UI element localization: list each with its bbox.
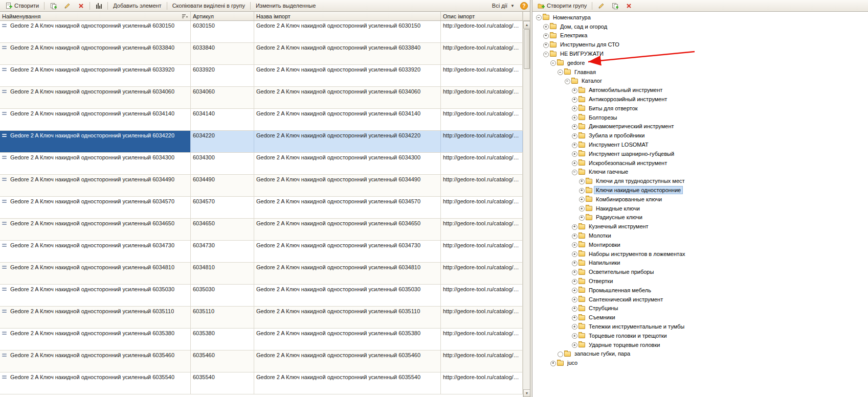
edit-selected-button[interactable]: Изменить выделенные [253,1,319,11]
expand-icon[interactable] [571,142,577,148]
expand-icon[interactable] [578,196,584,202]
expand-icon[interactable] [571,260,577,266]
expand-icon[interactable] [571,169,577,175]
create-button[interactable]: Створити [2,1,42,11]
tree-item[interactable]: Тележки инструментальные и тумбы [532,322,868,331]
expand-icon[interactable] [578,215,584,220]
expand-icon[interactable] [571,306,577,311]
tree-item[interactable]: Кузнечный инструмент [532,222,868,231]
expand-icon[interactable] [571,296,577,302]
tree-item[interactable]: Ключи для труднодоступных мест [532,176,868,185]
expand-icon[interactable] [571,114,577,120]
expand-icon[interactable] [557,351,563,357]
tree-item[interactable]: НЕ ВИГРУЖАТИ [532,49,868,58]
column-header-import-desc[interactable]: Опис імпорт [441,12,523,20]
tree-item[interactable]: Комбинированные ключи [532,195,868,204]
expand-icon[interactable] [571,87,577,93]
column-header-import-name[interactable]: Назва імпорт [254,12,441,20]
add-element-button[interactable]: Добавить элемент [110,1,164,11]
table-row[interactable]: Gedore 2 A Ключ накидной односторонний у… [0,329,523,351]
expand-icon[interactable] [571,287,577,293]
help-button[interactable]: ? [520,2,528,10]
tree-item[interactable]: Инструменты для СТО [532,40,868,49]
tree-item[interactable]: Наборы инструментов в ложементах [532,249,868,259]
table-row[interactable]: Gedore 2 A Ключ накидной односторонний у… [0,175,523,197]
tree-item[interactable]: Биты для отверток [532,104,868,113]
tree-item[interactable]: gedore [532,58,868,67]
delete-group-button[interactable] [622,1,635,11]
scroll-down-button[interactable]: ▼ [523,389,530,397]
tree-item[interactable]: Инструмент шарнирно-губцевый [532,149,868,158]
table-row[interactable]: Gedore 2 A Ключ накидной односторонний у… [0,87,523,109]
column-header-article[interactable]: Артикул [191,12,254,20]
expand-icon[interactable] [571,333,577,338]
expand-icon[interactable] [550,360,555,366]
expand-icon[interactable] [536,14,541,20]
expand-icon[interactable] [571,105,577,111]
tree-item[interactable]: Монтировки [532,240,868,249]
expand-icon[interactable] [543,51,548,57]
table-row[interactable]: Gedore 2 A Ключ накидной односторонний у… [0,153,523,175]
delete-item-button[interactable] [74,1,87,11]
expand-icon[interactable] [543,33,548,38]
table-row[interactable]: Gedore 2 A Ключ накидной односторонний у… [0,241,523,263]
copy-group-button[interactable] [608,1,621,11]
expand-icon[interactable] [571,233,577,239]
tree-item[interactable]: Радиусные ключи [532,213,868,222]
table-row[interactable]: Gedore 2 A Ключ накидной односторонний у… [0,307,523,329]
tree-item[interactable]: Динамометрический инструмент [532,122,868,131]
tree-item[interactable]: Автомобильный инструмент [532,85,868,95]
tree-item[interactable]: Каталог [532,77,868,86]
tree-item[interactable]: Искробезопасный инструмент [532,158,868,168]
tree-item[interactable]: Номенклатура [532,13,868,22]
tree-item[interactable]: Молотки [532,231,868,240]
edit-group-button[interactable] [594,1,608,11]
tree-item[interactable]: Накидные ключи [532,204,868,213]
tree-item[interactable]: Промышленная мебель [532,286,868,295]
expand-icon[interactable] [578,188,584,193]
expand-icon[interactable] [571,251,577,256]
tree-item[interactable]: Инструмент LOSOMAT [532,140,868,149]
tree-item[interactable]: Осветительные приборы [532,267,868,276]
table-scrollbar[interactable]: ▲ ▼ [523,12,530,397]
tree-item[interactable]: Торцевые головки и трещотки [532,331,868,340]
expand-icon[interactable] [571,160,577,166]
table-row[interactable]: Gedore 2 A Ключ накидной односторонний у… [0,21,523,43]
tree-item[interactable]: Ключи гаечные [532,168,868,177]
expand-icon[interactable] [571,151,577,156]
expand-icon[interactable] [571,97,577,102]
table-row[interactable]: Gedore 2 A Ключ накидной односторонний у… [0,285,523,307]
expand-icon[interactable] [571,124,577,129]
tree-item[interactable]: запасные губки, пара [532,349,868,358]
tree-item[interactable]: Съемники [532,313,868,322]
column-header-name[interactable]: Найменування [0,12,191,20]
table-row[interactable]: Gedore 2 A Ключ накидной односторонний у… [0,43,523,65]
tree-item[interactable]: Дом, сад и огород [532,22,868,31]
expand-icon[interactable] [543,42,548,48]
tree-item[interactable]: Напильники [532,259,868,268]
expand-icon[interactable] [571,323,577,329]
expand-icon[interactable] [543,24,548,29]
expand-icon[interactable] [571,224,577,229]
bars-button[interactable] [92,1,105,11]
table-row[interactable]: Gedore 2 A Ключ накидной односторонний у… [0,263,523,285]
table-row[interactable]: Gedore 2 A Ключ накидной односторонний у… [0,65,523,87]
table-row[interactable]: Gedore 2 A Ключ накидной односторонний у… [0,351,523,372]
expand-icon[interactable] [571,315,577,320]
expand-icon[interactable] [557,69,563,75]
tree-item[interactable]: juco [532,358,868,367]
expand-icon[interactable] [571,278,577,284]
expand-icon[interactable] [564,78,570,84]
expand-icon[interactable] [571,133,577,138]
create-group-button[interactable]: Створити групу [535,1,590,11]
expand-icon[interactable] [571,342,577,347]
tree-item[interactable]: Електрика [532,31,868,40]
copy-selected-to-group-button[interactable]: Скопіювати виділені в групу [169,1,248,11]
table-row[interactable]: Gedore 2 A Ключ накидной односторонний у… [0,372,523,394]
scrollbar-track[interactable] [523,29,530,389]
tree-item[interactable]: Болторезы [532,113,868,122]
tree-item[interactable]: Зубила и пробойники [532,131,868,140]
tree-item[interactable]: Главная [532,67,868,77]
copy-item-button[interactable] [47,1,60,11]
scroll-thumb[interactable] [524,29,530,69]
